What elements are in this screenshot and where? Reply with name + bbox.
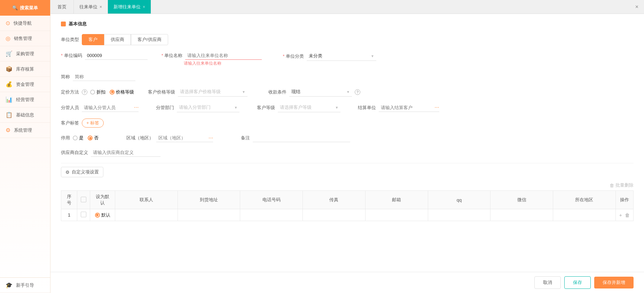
disable-yes-item[interactable]: 是 — [73, 135, 84, 141]
address-input[interactable] — [181, 212, 237, 218]
customer-price-level-select[interactable]: 请选择客户价格等级 ▼ — [178, 87, 248, 97]
remark-input[interactable] — [253, 134, 350, 142]
disable-radio-group: 是 否 — [73, 135, 99, 141]
supplier-custom-row: 供应商自定义 — [61, 148, 634, 157]
cancel-button[interactable]: 取消 — [534, 276, 561, 289]
payment-terms-select[interactable]: 现结 ▼ — [289, 87, 352, 97]
cell-qq[interactable] — [428, 209, 490, 221]
unit-name-error: 请输入往来单位名称 — [184, 60, 262, 66]
cell-seq: 1 — [61, 209, 77, 221]
payment-terms-help-icon[interactable]: ? — [355, 89, 360, 95]
settlement-unit-input[interactable] — [379, 104, 434, 112]
pricing-help-icon[interactable]: ? — [82, 89, 87, 95]
unit-code-label: 单位编码 — [61, 52, 82, 59]
sidebar-item-base-info[interactable]: 📋 基础信息 — [0, 107, 50, 123]
disable-yes-label: 是 — [79, 135, 84, 141]
sidebar-item-guide[interactable]: 🎓 新手引导 — [0, 278, 50, 293]
delete-row-icon[interactable]: 🗑 — [625, 212, 630, 218]
sidebar-item-sales[interactable]: ◎ 销售管理 — [0, 31, 50, 46]
row-checkbox[interactable] — [81, 212, 86, 217]
cell-region[interactable] — [553, 209, 616, 221]
customer-level-select[interactable]: 请选择客户等级 ▼ — [278, 103, 340, 112]
fax-input[interactable] — [306, 212, 362, 218]
unit-name-input[interactable] — [185, 51, 262, 60]
manager-row: 分管人员 ··· 分管部门 请输入分管部门 ▼ 客户等级 请选择客户等级 ▼ — [61, 103, 634, 112]
tab-contacts-close[interactable]: × — [100, 5, 102, 9]
cell-address[interactable] — [178, 209, 240, 221]
pricing-radio-discount[interactable]: 折扣 — [90, 89, 105, 95]
cell-checkbox — [77, 209, 90, 221]
sidebar-search-label[interactable]: 搜索菜单 — [20, 5, 38, 11]
manager-label: 分管人员 — [61, 105, 79, 111]
unit-name-label: 单位名称 — [162, 52, 183, 59]
cell-action: + 🗑 — [615, 209, 633, 221]
type-btn-customer[interactable]: 客户 — [82, 34, 104, 45]
manager-more-icon[interactable]: ··· — [134, 104, 139, 111]
unit-code-input[interactable] — [85, 51, 148, 60]
tab-new-contact-label: 新增往来单位 — [113, 4, 141, 10]
supplier-custom-input[interactable] — [91, 148, 160, 157]
tabbar-close-all[interactable]: × — [630, 4, 644, 10]
type-btn-supplier[interactable]: 供应商 — [104, 34, 131, 45]
row-default-radio[interactable]: 默认 — [94, 212, 111, 218]
region-more-icon[interactable]: ··· — [209, 135, 213, 141]
tab-new-contact-close[interactable]: × — [143, 5, 145, 9]
batch-delete-label[interactable]: 批量删除 — [615, 182, 634, 188]
sidebar-header: 🔍 搜索菜单 — [0, 0, 50, 16]
unit-type-label: 单位类型 — [61, 36, 79, 43]
phone-input[interactable] — [244, 212, 299, 218]
unit-category-select[interactable]: 未分类 ▼ — [307, 51, 376, 61]
sidebar-item-system[interactable]: ⚙ 系统管理 — [0, 123, 50, 138]
region-label: 区域（地区） — [126, 135, 154, 141]
unit-type-row: 单位类型 客户 供应商 客户/供应商 — [61, 34, 634, 45]
header-checkbox[interactable] — [81, 197, 86, 202]
tab-new-contact[interactable]: 新增往来单位 × — [108, 0, 151, 14]
add-row-icon[interactable]: + — [619, 212, 622, 218]
unit-name-col: 单位名称 请输入往来单位名称 — [162, 51, 262, 66]
cell-default: 默认 — [90, 209, 115, 221]
type-btn-both[interactable]: 客户/供应商 — [131, 34, 168, 45]
save-and-new-button[interactable]: 保存并新增 — [594, 277, 634, 288]
cell-email[interactable] — [365, 209, 428, 221]
manager-input[interactable] — [82, 104, 134, 112]
sidebar-item-operations[interactable]: 📊 经营管理 — [0, 92, 50, 107]
short-name-input[interactable] — [73, 73, 135, 81]
sidebar-item-quick-nav[interactable]: ⊙ 快捷导航 — [0, 16, 50, 31]
dept-placeholder: 请输入分管部门 — [179, 104, 234, 111]
level-radio-circle — [110, 90, 115, 95]
cell-fax[interactable] — [303, 209, 366, 221]
table-header-row: 序号 设为默认 联系人 到货地址 电话号码 传真 邮箱 qq 微信 所在地区 操… — [61, 191, 634, 209]
pricing-radio-level[interactable]: 价格等级 — [110, 89, 134, 95]
qq-input[interactable] — [432, 212, 487, 218]
cell-wechat[interactable] — [490, 209, 553, 221]
custom-settings-button[interactable]: ⚙ 自定义项设置 — [61, 167, 103, 177]
sidebar-item-finance[interactable]: 💰 资金管理 — [0, 77, 50, 92]
wechat-input[interactable] — [494, 212, 549, 218]
payment-terms-value: 现结 — [291, 89, 346, 95]
cell-phone[interactable] — [240, 209, 303, 221]
disable-no-item[interactable]: 否 — [88, 135, 99, 141]
batch-delete-icon: 🗑 — [610, 183, 614, 188]
col-contact: 联系人 — [115, 191, 178, 209]
customer-price-level-label: 客户价格等级 — [148, 89, 175, 95]
region-input-wrapper: ··· — [156, 134, 213, 142]
dept-select[interactable]: 请输入分管部门 ▼ — [177, 103, 239, 112]
save-button[interactable]: 保存 — [564, 276, 591, 289]
cell-contact[interactable] — [115, 209, 178, 221]
disable-no-label: 否 — [94, 135, 99, 141]
tab-contacts[interactable]: 往来单位 × — [74, 0, 108, 14]
sidebar-item-purchase[interactable]: 🛒 采购管理 — [0, 46, 50, 62]
sidebar-label-operations: 经营管理 — [16, 97, 34, 103]
contact-input[interactable] — [119, 212, 174, 218]
sidebar-label-sales: 销售管理 — [14, 35, 32, 42]
tab-home[interactable]: 首页 — [50, 0, 74, 14]
add-tag-button[interactable]: + 标签 — [82, 119, 104, 128]
table-region-input[interactable] — [557, 212, 612, 218]
disable-label: 停用 — [61, 135, 70, 141]
settlement-unit-more-icon[interactable]: ··· — [434, 104, 439, 111]
region-group: 区域（地区） ··· — [126, 134, 213, 142]
region-input[interactable] — [156, 134, 209, 142]
unit-category-value: 未分类 — [309, 53, 371, 59]
sidebar-item-inventory[interactable]: 📦 库存核算 — [0, 62, 50, 77]
email-input[interactable] — [369, 212, 424, 218]
